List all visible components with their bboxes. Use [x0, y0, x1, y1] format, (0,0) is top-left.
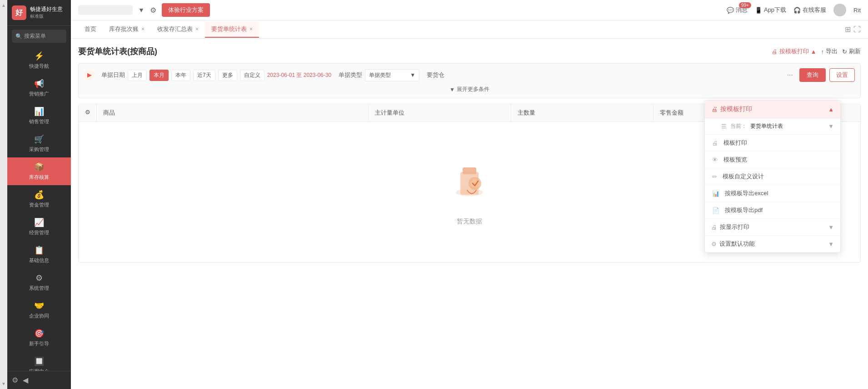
tab-close-order-stats[interactable]: × [249, 26, 253, 32]
set-default-icon: ⚙ [711, 241, 717, 248]
select-arrow-icon: ▼ [410, 72, 415, 78]
dropdown-item-display-print[interactable]: 🖨 按显示打印 ▼ [705, 219, 840, 236]
date-btn-this-year[interactable]: 本年 [171, 70, 190, 81]
content-area: 要货单统计表(按商品) 🖨 按模板打印 ▲ ↑ 导出 ↻ 刷新 [71, 39, 868, 389]
topbar: ▼ ⚙ 体验行业方案 💬 消息 99+ 📱 App下载 🎧 在线客服 Rit [71, 0, 868, 20]
dropdown-header: 🖨 按模板打印 ▲ [705, 101, 840, 118]
topbar-right: 💬 消息 99+ 📱 App下载 🎧 在线客服 Rit [727, 4, 861, 16]
topbar-search-input[interactable] [78, 5, 133, 15]
dropdown-item-template-print[interactable]: 🖨 模板打印 [705, 135, 840, 152]
online-service-button[interactable]: 🎧 在线客服 [793, 6, 826, 14]
app-download-button[interactable]: 📱 App下载 [755, 6, 786, 14]
filter-expand-button[interactable]: ▶ [84, 70, 94, 80]
dropdown-title: 🖨 按模板打印 [711, 105, 752, 113]
page-actions: 🖨 按模板打印 ▲ ↑ 导出 ↻ 刷新 [772, 47, 861, 56]
dropdown-item-template-pdf[interactable]: 📄 按模板导出pdf [705, 202, 840, 219]
sidebar-item-system[interactable]: ⚙ 系统管理 [7, 268, 71, 296]
sidebar-item-inventory[interactable]: 📦 库存核算 [7, 157, 71, 185]
current-arrow-icon: ▼ [828, 123, 834, 130]
app-center-icon: 🔲 [34, 356, 44, 366]
print-button[interactable]: 🖨 按模板打印 ▲ [772, 47, 817, 56]
operations-icon: 📈 [34, 217, 44, 227]
user-avatar[interactable] [833, 4, 846, 16]
date-btn-this-month[interactable]: 本月 [150, 70, 169, 81]
sidebar-item-purchase[interactable]: 🛒 采购管理 [7, 130, 71, 157]
quick-nav-icon: ⚡ [34, 51, 44, 61]
date-btn-7days[interactable]: 近7天 [193, 70, 215, 81]
purchase-icon: 🛒 [34, 134, 44, 144]
sidebar-item-sales[interactable]: 📊 销售管理 [7, 102, 71, 130]
tab-fullscreen-icon[interactable]: ⛶ [853, 25, 861, 34]
sidebar-item-marketing[interactable]: 📢 营销推广 [7, 74, 71, 102]
cargo-filter-item: 要货仓 [427, 71, 444, 79]
settings-button[interactable]: 设置 [829, 68, 855, 82]
display-print-icon: 🖨 [711, 224, 717, 231]
logo-icon: 好 [12, 5, 26, 20]
export-button[interactable]: ↑ 导出 [821, 47, 838, 56]
collapse-icon[interactable]: ◀ [23, 376, 28, 384]
refresh-button[interactable]: ↻ 刷新 [842, 47, 861, 56]
search-icon: 🔍 [15, 33, 22, 40]
tab-inventory-batch[interactable]: 库存批次账 × [103, 21, 151, 38]
type-select[interactable]: 单据类型 ▼ [365, 69, 419, 81]
expand-more-bar: ▼ 展开更多条件 [84, 86, 855, 93]
sidebar-search-area[interactable]: 🔍 搜索菜单 [7, 26, 71, 46]
tab-collection-summary[interactable]: 收发存汇总表 × [151, 21, 205, 38]
print-dropdown-menu: 🖨 按模板打印 ▲ ☰ 当前： 要货单统计表 ▼ 🖨 模板打印 👁 模板预览 ✏ [704, 100, 841, 253]
sidebar-item-basic[interactable]: 📋 基础信息 [7, 241, 71, 268]
sidebar-scroll-up[interactable]: ▲ [0, 2, 7, 9]
refresh-icon: ↻ [842, 48, 847, 55]
date-btn-last-month[interactable]: 上月 [128, 70, 147, 81]
sidebar-item-quick-nav[interactable]: ⚡ 快捷导航 [7, 46, 71, 74]
dropdown-item-template-custom[interactable]: ✏ 模板自定义设计 [705, 168, 840, 185]
date-label: 单据日期 [101, 71, 125, 79]
type-label: 单据类型 [339, 71, 362, 79]
more-options-icon[interactable]: ··· [787, 71, 793, 79]
settings-gear-icon[interactable]: ⚙ [12, 376, 18, 384]
printer-icon: 🖨 [772, 48, 778, 55]
excel-icon: 📊 [712, 190, 719, 197]
tabbar: 首页 库存批次账 × 收发存汇总表 × 要货单统计表 × ⊞ ⛶ [71, 20, 868, 39]
tab-order-stats[interactable]: 要货单统计表 × [205, 21, 259, 38]
topbar-gear-icon[interactable]: ⚙ [150, 6, 156, 15]
guide-icon: 🎯 [34, 328, 44, 338]
dropdown-item-template-excel[interactable]: 📊 按模板导出excel [705, 185, 840, 202]
tab-close-collection-summary[interactable]: × [195, 26, 199, 32]
query-button[interactable]: 查询 [799, 68, 826, 82]
page-title: 要货单统计表(按商品) [78, 46, 157, 57]
dropdown-item-template-preview[interactable]: 👁 模板预览 [705, 152, 840, 168]
search-menu-button[interactable]: 🔍 搜索菜单 [12, 30, 66, 43]
message-button[interactable]: 💬 消息 99+ [727, 6, 748, 14]
expand-more-button[interactable]: ▼ 展开更多条件 [449, 86, 489, 93]
set-default-arrow: ▼ [828, 241, 834, 248]
date-filter-item: 单据日期 上月 本月 本年 近7天 更多 自定义 2023-06-01 至 20… [101, 70, 331, 81]
date-btn-more[interactable]: 更多 [218, 70, 237, 81]
page-header: 要货单统计表(按商品) 🖨 按模板打印 ▲ ↑ 导出 ↻ 刷新 [78, 46, 861, 57]
dropdown-item-set-default[interactable]: ⚙ 设置默认功能 ▼ [705, 236, 840, 253]
message-icon: 💬 [727, 7, 734, 14]
empty-illustration [447, 158, 492, 210]
sidebar-scroll-down[interactable]: ▼ [0, 380, 7, 387]
app-download-icon: 📱 [755, 7, 762, 14]
svg-rect-2 [463, 167, 476, 174]
tab-expand-icon[interactable]: ⊞ [845, 25, 851, 34]
template-custom-icon: ✏ [712, 173, 717, 180]
sidebar-item-operations[interactable]: 📈 经营管理 [7, 213, 71, 241]
dropdown-item-current[interactable]: ☰ 当前： 要货单统计表 ▼ [705, 118, 840, 135]
sidebar-nav: ⚡ 快捷导航 📢 营销推广 📊 销售管理 🛒 采购管理 📦 库存核算 💰 资金管… [7, 46, 71, 371]
sidebar-item-app-center[interactable]: 🔲 应用中心 [7, 352, 71, 371]
col-gear[interactable]: ⚙ [79, 104, 97, 121]
filter-area: ▶ 单据日期 上月 本月 本年 近7天 更多 自定义 2023-06-01 至 … [78, 63, 861, 98]
date-btn-custom[interactable]: 自定义 [240, 70, 264, 81]
trial-button[interactable]: 体验行业方案 [162, 3, 210, 17]
sidebar-item-finance[interactable]: 💰 资金管理 [7, 185, 71, 213]
template-preview-icon: 👁 [712, 157, 718, 163]
tab-home[interactable]: 首页 [78, 21, 103, 38]
type-filter-item: 单据类型 单据类型 ▼ [339, 69, 419, 81]
sidebar-item-guide[interactable]: 🎯 新手引导 [7, 324, 71, 352]
dropdown-close-arrow[interactable]: ▲ [828, 106, 834, 113]
sidebar-item-enterprise[interactable]: 🤝 企业协同 [7, 296, 71, 324]
topbar-dropdown-arrow[interactable]: ▼ [138, 6, 145, 14]
print-arrow-up-icon: ▲ [811, 48, 817, 55]
tab-close-inventory-batch[interactable]: × [141, 26, 145, 32]
